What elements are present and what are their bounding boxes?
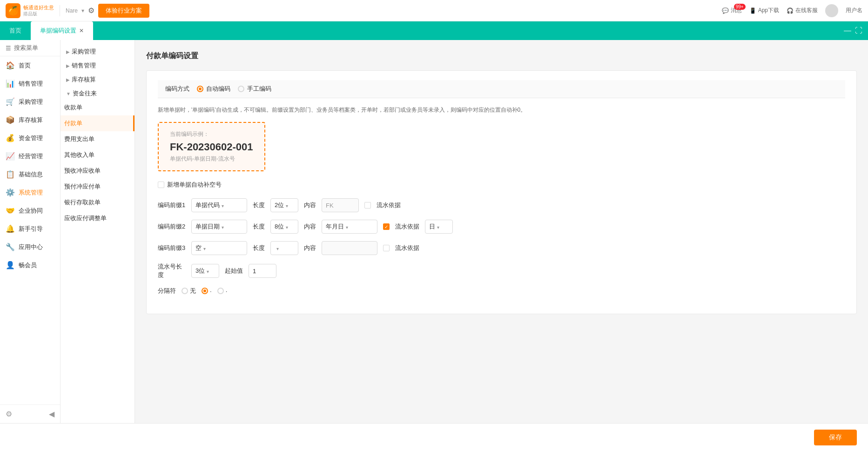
nav-controls: — ⛶ (844, 27, 868, 35)
sidebar-item-sales[interactable]: 📊 销售管理 (0, 74, 60, 93)
online-service-button[interactable]: 🎧 在线客服 (787, 7, 818, 14)
sidebar-item-operations[interactable]: 📈 经营管理 (0, 147, 60, 165)
dropdown-arrow-icon[interactable]: ▾ (81, 7, 84, 14)
preview-desc: 单据代码-单据日期-流水号 (170, 155, 253, 163)
company-name: Nare (66, 7, 78, 14)
prefix2-stream-unit-select[interactable]: 日 (425, 220, 453, 234)
finance-icon: 💰 (6, 134, 15, 142)
sep-dot2-option[interactable]: · (217, 288, 228, 295)
prefix3-length-label: 长度 (253, 244, 265, 252)
prefix3-label: 编码前缀3 (158, 244, 186, 252)
sidebar-bottom: ⚙ ◀ (0, 404, 60, 423)
manual-encoding-option[interactable]: 手工编码 (238, 85, 271, 93)
prefix3-chevron-icon (203, 245, 206, 252)
auto-encoding-option[interactable]: 自动编码 (197, 85, 230, 93)
serial-select[interactable]: 3位 (191, 264, 219, 278)
prefix2-stream-checkbox[interactable]: ✓ (383, 223, 390, 230)
system-icon: ⚙️ (6, 188, 15, 197)
preview-box: 当前编码示例： FK-20230602-001 单据代码-单据日期-流水号 (158, 122, 265, 171)
home-icon: 🏠 (6, 61, 15, 70)
cta-button[interactable]: 体验行业方案 (98, 4, 149, 18)
sep-dot2-radio[interactable] (217, 288, 224, 294)
prefix1-row: 编码前缀1 单据代码 长度 2位 内容 流水依据 (158, 198, 845, 212)
sidebar-item-basic[interactable]: 📋 基础信息 (0, 165, 60, 183)
sep-dot-option[interactable]: · (202, 288, 212, 295)
prefix3-select[interactable]: 空 (191, 241, 247, 255)
sub-capital-group[interactable]: ▼ 资金往来 (61, 86, 135, 100)
start-value-input[interactable] (249, 264, 276, 278)
apps-icon: 🔧 (6, 242, 15, 251)
app-download-button[interactable]: 📱 App下载 (749, 7, 779, 14)
sub-sales-group[interactable]: ▶ 销售管理 (61, 58, 135, 72)
serial-row: 流水号长度 3位 起始值 (158, 263, 845, 279)
prefix2-select[interactable]: 单据日期 (191, 220, 247, 234)
prefix1-length-label: 长度 (253, 201, 265, 209)
main-card: 编码方式 自动编码 手工编码 新增单据时，'单据编码'自动生成，不可编辑。前缀设… (146, 70, 857, 314)
prefix2-unit-chevron-icon (437, 223, 439, 230)
sep-none-option[interactable]: 无 (182, 287, 196, 295)
separator-options: 无 · · (182, 287, 227, 295)
member-icon: 👤 (6, 261, 15, 269)
sidebar-settings-icon[interactable]: ⚙ (6, 410, 12, 418)
sidebar-item-inventory[interactable]: 📦 库存核算 (0, 111, 60, 129)
logo: 🍊 畅通道好生意 搭品版 (6, 3, 54, 18)
prefix1-stream-checkbox[interactable] (364, 202, 371, 209)
sidebar-item-member[interactable]: 👤 畅会员 (0, 256, 60, 274)
sub-receipt-item[interactable]: 收款单 (61, 100, 135, 115)
prefix2-content-label: 内容 (304, 222, 316, 231)
sidebar-item-home[interactable]: 🏠 首页 (0, 56, 60, 74)
prefix3-stream-label: 流水依据 (395, 244, 419, 252)
sidebar-item-apps[interactable]: 🔧 应用中心 (0, 238, 60, 256)
prefix1-stream-label: 流水依据 (377, 201, 401, 209)
prefix3-content-input[interactable] (322, 241, 377, 255)
sub-payment-item[interactable]: 付款单 (61, 115, 135, 131)
prefix1-content-input[interactable] (322, 198, 359, 212)
message-button[interactable]: 💬 消息 99+ (722, 7, 742, 14)
sub-purchase-group[interactable]: ▶ 采购管理 (61, 44, 135, 58)
sub-prepayment-receipt-item[interactable]: 预收冲应收单 (61, 163, 135, 179)
prefix2-length-select[interactable]: 8位 (270, 220, 298, 234)
sidebar-item-guide[interactable]: 🔔 新手引导 (0, 220, 60, 238)
minimize-icon[interactable]: — (844, 27, 851, 35)
tab-close-icon[interactable]: ✕ (79, 27, 84, 34)
start-label: 起始值 (225, 267, 243, 275)
sub-other-income-item[interactable]: 其他收入单 (61, 147, 135, 163)
sidebar-collapse-icon[interactable]: ◀ (49, 410, 54, 418)
auto-radio-button[interactable] (197, 86, 203, 92)
prefix2-chevron-icon (222, 223, 224, 230)
manual-radio-button[interactable] (238, 86, 244, 92)
save-button[interactable]: 保存 (814, 430, 857, 445)
sub-expense-item[interactable]: 费用支出单 (61, 131, 135, 147)
sep-dot-radio[interactable] (202, 288, 208, 294)
maximize-icon[interactable]: ⛶ (855, 27, 862, 35)
sub-prepayment-payment-item[interactable]: 预付冲应付单 (61, 179, 135, 195)
sidebar-item-system[interactable]: ⚙️ 系统管理 (0, 183, 60, 202)
prefix3-stream-checkbox[interactable] (383, 245, 390, 251)
sub-adjustment-item[interactable]: 应收应付调整单 (61, 210, 135, 226)
tab-home[interactable]: 首页 (0, 21, 31, 40)
sub-inventory-group[interactable]: ▶ 库存核算 (61, 72, 135, 86)
info-text: 新增单据时，'单据编码'自动生成，不可编辑。前缀设置为部门、业务员等档案类，开单… (158, 106, 845, 114)
avatar (825, 4, 838, 17)
settings-icon[interactable]: ⚙ (88, 6, 94, 15)
auto-fill-checkbox[interactable] (158, 182, 164, 188)
sidebar-item-purchase[interactable]: 🛒 采购管理 (0, 93, 60, 111)
sub-bank-item[interactable]: 银行存取款单 (61, 195, 135, 210)
prefix2-length-chevron-icon (286, 223, 288, 230)
preview-code: FK-20230602-001 (170, 141, 253, 153)
search-menu-button[interactable]: ☰ 搜索菜单 (0, 40, 60, 56)
prefix1-select[interactable]: 单据代码 (191, 198, 247, 212)
operations-icon: 📈 (6, 152, 15, 161)
prefix1-length-select[interactable]: 2位 (270, 198, 298, 212)
prefix3-length-select[interactable] (270, 241, 298, 255)
sep-none-radio[interactable] (182, 288, 188, 294)
main-layout: ☰ 搜索菜单 🏠 首页 📊 销售管理 🛒 采购管理 📦 库存核算 💰 资金管理 … (0, 40, 868, 423)
prefix2-stream-label: 流水依据 (395, 222, 419, 231)
sidebar-item-finance[interactable]: 💰 资金管理 (0, 129, 60, 147)
prefix2-content-select[interactable]: 年月日 (322, 220, 377, 234)
top-divider (60, 5, 60, 16)
sidebar-item-enterprise[interactable]: 🤝 企业协同 (0, 202, 60, 220)
tab-encode-settings[interactable]: 单据编码设置 ✕ (31, 21, 93, 40)
prefix2-label: 编码前缀2 (158, 222, 186, 231)
encoding-method-row: 编码方式 自动编码 手工编码 (158, 80, 845, 98)
